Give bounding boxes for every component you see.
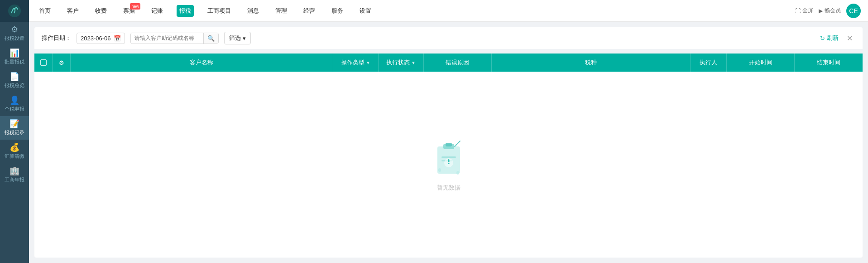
date-label: 操作日期： xyxy=(42,34,71,42)
content-area: 操作日期： 2023-06-06 📅 🔍 筛选 ▾ ↻ 刷新 ✕ xyxy=(29,22,868,263)
nav-piaoju[interactable]: 票据 new xyxy=(120,5,138,17)
fullscreen-icon: ⛶ xyxy=(795,8,801,14)
svg-point-9 xyxy=(448,163,449,164)
nav-baoshui[interactable]: 报税 xyxy=(177,5,194,17)
th-error: 错误原因 xyxy=(424,54,492,72)
type-sort-icon: ▼ xyxy=(366,60,370,65)
fullscreen-button[interactable]: ⛶ 全屏 xyxy=(795,7,813,15)
search-icon: 🔍 xyxy=(207,35,215,42)
svg-point-13 xyxy=(456,171,459,175)
th-status[interactable]: 执行状态 ▼ xyxy=(379,54,424,72)
vip-icon: ▶ xyxy=(819,8,823,14)
empty-state-text: 暂无数据 xyxy=(437,184,460,192)
gongshang-nianbao-icon: 🏢 xyxy=(10,167,19,175)
table-header: ⚙ 客户名称 操作类型 ▼ 执行状态 ▼ 错误原因 税种 xyxy=(34,54,863,72)
data-table: ⚙ 客户名称 操作类型 ▼ 执行状态 ▼ 错误原因 税种 xyxy=(34,54,863,258)
svg-rect-5 xyxy=(441,156,456,158)
search-box: 🔍 xyxy=(130,33,219,44)
svg-point-12 xyxy=(438,168,441,172)
nav-jingying[interactable]: 经营 xyxy=(301,5,318,17)
nav-home[interactable]: 首页 xyxy=(36,5,53,17)
sidebar-item-baoshui-jilu[interactable]: 📝 报税记录 xyxy=(0,116,29,140)
calendar-icon: 📅 xyxy=(114,35,121,42)
user-avatar[interactable]: CE xyxy=(846,4,861,18)
refresh-icon: ↻ xyxy=(820,35,825,42)
baoshui-zonglian-icon: 📄 xyxy=(10,73,19,81)
toolbar: 操作日期： 2023-06-06 📅 🔍 筛选 ▾ ↻ 刷新 ✕ xyxy=(34,27,863,49)
baoshui-jilu-icon: 📝 xyxy=(10,120,19,128)
close-button[interactable]: ✕ xyxy=(844,33,855,44)
th-gear[interactable]: ⚙ xyxy=(53,54,71,72)
nav-fuwu[interactable]: 服务 xyxy=(329,5,346,17)
nav-items: 首页 客户 收费 票据 new 记账 报税 工商项目 消息 管理 经营 服务 设… xyxy=(36,5,795,17)
top-nav: 首页 客户 收费 票据 new 记账 报税 工商项目 消息 管理 经营 服务 设… xyxy=(29,0,868,22)
baoshui-shezhi-icon: ⚙ xyxy=(11,25,18,34)
th-executor: 执行人 xyxy=(691,54,727,72)
piaoju-badge: new xyxy=(130,3,140,10)
nav-xiaoxi[interactable]: 消息 xyxy=(245,5,262,17)
sidebar-item-baoshui-shezhi[interactable]: ⚙ 报税设置 xyxy=(0,22,29,45)
nav-jizhang[interactable]: 记账 xyxy=(149,5,166,17)
sidebar: ⚙ 报税设置 📊 批量报税 📄 报税总览 👤 个税申报 📝 报税记录 💰 汇算清… xyxy=(0,0,29,263)
th-name: 客户名称 xyxy=(71,54,333,72)
topnav-right: ⛶ 全屏 ▶ 畅会员 CE xyxy=(795,4,861,18)
piliang-baoshui-icon: 📊 xyxy=(10,49,19,57)
search-input[interactable] xyxy=(131,33,203,43)
svg-line-11 xyxy=(455,145,456,146)
sidebar-item-baoshui-zonglian[interactable]: 📄 报税总览 xyxy=(0,69,29,93)
select-all-checkbox[interactable] xyxy=(40,59,47,66)
sidebar-item-gesui-shenbao[interactable]: 👤 个税申报 xyxy=(0,93,29,116)
sidebar-item-huisuan-jiaona[interactable]: 💰 汇算清缴 xyxy=(0,140,29,163)
nav-customer[interactable]: 客户 xyxy=(64,5,82,17)
search-button[interactable]: 🔍 xyxy=(203,33,218,44)
date-picker[interactable]: 2023-06-06 📅 xyxy=(77,33,125,44)
sidebar-item-piliang-baoshui[interactable]: 📊 批量报税 xyxy=(0,45,29,69)
status-sort-icon: ▼ xyxy=(411,60,416,65)
filter-button[interactable]: 筛选 ▾ xyxy=(224,32,251,44)
svg-rect-4 xyxy=(446,143,452,146)
huisuan-jiaona-icon: 💰 xyxy=(10,143,19,151)
svg-point-1 xyxy=(14,8,15,10)
th-start: 开始时间 xyxy=(727,54,795,72)
main-content: 首页 客户 收费 票据 new 记账 报税 工商项目 消息 管理 经营 服务 设… xyxy=(29,0,868,263)
sidebar-item-gongshang-nianbao[interactable]: 🏢 工商年报 xyxy=(0,163,29,187)
nav-shoufei[interactable]: 收费 xyxy=(92,5,110,17)
nav-shezhi[interactable]: 设置 xyxy=(357,5,374,17)
chevron-down-icon: ▾ xyxy=(243,35,246,42)
gesui-shenbao-icon: 👤 xyxy=(10,96,19,104)
refresh-button[interactable]: ↻ 刷新 xyxy=(820,34,839,42)
th-tax: 税种 xyxy=(492,54,691,72)
nav-guanli[interactable]: 管理 xyxy=(273,5,290,17)
nav-gongshang[interactable]: 工商项目 xyxy=(205,5,234,17)
th-checkbox[interactable] xyxy=(34,54,53,72)
vip-button[interactable]: ▶ 畅会员 xyxy=(819,7,841,15)
th-type[interactable]: 操作类型 ▼ xyxy=(333,54,379,72)
sidebar-logo xyxy=(0,0,29,22)
th-end: 结束时间 xyxy=(795,54,863,72)
table-body-empty: 暂无数据 xyxy=(34,72,863,258)
gear-icon: ⚙ xyxy=(59,59,64,66)
empty-state-icon xyxy=(431,137,467,178)
svg-rect-8 xyxy=(448,159,449,162)
